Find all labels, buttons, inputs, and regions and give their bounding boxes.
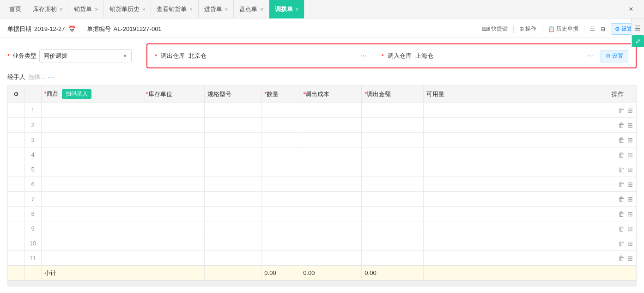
layout-toggle-1[interactable]: ☰ xyxy=(590,26,595,32)
form-header: 单据日期 2019-12-27 📅 单据编号 AL-20191227-001 ⌨… xyxy=(0,18,644,38)
table-header-row: ⚙ *商品 扫码录入 *库存单位 规格型号 *数量 xyxy=(8,85,636,103)
divider xyxy=(584,25,584,33)
date-label: 单据日期 xyxy=(7,25,31,33)
divider xyxy=(513,25,514,33)
data-table: ⚙ *商品 扫码录入 *库存单位 规格型号 *数量 xyxy=(8,85,636,281)
delete-icon[interactable]: 🗑 xyxy=(618,195,625,203)
table-scroll-container[interactable]: ⚙ *商品 扫码录入 *库存单位 规格型号 *数量 xyxy=(8,85,636,281)
required-star: * xyxy=(382,53,384,60)
tab-view-sales[interactable]: 查看销货单 × xyxy=(151,0,198,18)
copy-icon[interactable]: ⊞ xyxy=(627,151,633,159)
delete-icon[interactable]: 🗑 xyxy=(618,151,625,159)
person-more-icon[interactable]: ··· xyxy=(48,73,54,81)
delete-icon[interactable]: 🗑 xyxy=(618,166,625,173)
tab-sales-order[interactable]: 销货单 × xyxy=(68,0,103,18)
person-select[interactable]: 选择... xyxy=(28,73,45,81)
date-field: 单据日期 2019-12-27 📅 xyxy=(7,25,76,33)
table-settings-icon[interactable]: ⚙ xyxy=(13,91,19,98)
copy-icon[interactable]: ⊞ xyxy=(627,240,633,247)
close-icon[interactable]: × xyxy=(60,6,62,12)
close-icon[interactable]: × xyxy=(95,6,97,12)
list-layout-icon: ☰ xyxy=(590,26,595,32)
delete-icon[interactable]: 🗑 xyxy=(618,225,625,232)
delete-icon[interactable]: 🗑 xyxy=(618,210,625,218)
col-header-index xyxy=(24,85,41,103)
window-close-button[interactable]: × xyxy=(622,0,640,18)
in-warehouse-label: 调入仓库 xyxy=(388,52,412,60)
keyboard-icon: ⌨ xyxy=(482,26,490,32)
table-row: 8 🗑 ⊞ xyxy=(8,207,636,221)
col-header-available: 可用量 xyxy=(423,85,599,103)
order-field: 单据编号 AL-20191227-001 xyxy=(87,25,162,33)
total-row: 小计 0.00 0.00 0.00 xyxy=(8,266,636,281)
warehouse-settings-button[interactable]: ⚙ 设置 xyxy=(601,50,628,62)
tab-transfer-order[interactable]: 调拨单 × xyxy=(269,0,304,18)
horizontal-scrollbar[interactable] xyxy=(8,281,636,286)
sidebar-list-icon[interactable]: ☰ xyxy=(632,22,644,34)
tab-home[interactable]: 首页 xyxy=(4,0,27,18)
delete-icon[interactable]: 🗑 xyxy=(618,240,625,247)
business-type-label: 业务类型 xyxy=(12,52,36,60)
main-content: * 业务类型 同价调拨 ▼ * 调出仓库 北京仓 ··· * 调入仓库 上海仓 … xyxy=(0,38,644,292)
table-row: 5 🗑 ⊞ xyxy=(8,162,636,177)
total-cost: 0.00 xyxy=(300,266,362,281)
shortcut-button[interactable]: ⌨ 快捷键 xyxy=(482,25,508,33)
operations-button[interactable]: ⊞ 操作 xyxy=(519,25,536,33)
col-header-settings[interactable]: ⚙ xyxy=(8,85,24,103)
out-warehouse-value: 北京仓 xyxy=(188,52,207,60)
copy-icon[interactable]: ⊞ xyxy=(627,181,633,188)
delete-icon[interactable]: 🗑 xyxy=(618,136,625,144)
date-value: 2019-12-27 xyxy=(34,25,65,32)
copy-icon[interactable]: ⊞ xyxy=(627,136,633,144)
delete-icon[interactable]: 🗑 xyxy=(618,122,625,129)
out-warehouse-more-icon[interactable]: ··· xyxy=(360,52,366,60)
close-icon[interactable]: × xyxy=(142,6,145,12)
copy-icon[interactable]: ⊞ xyxy=(627,107,633,114)
business-type-select[interactable]: 同价调拨 ▼ xyxy=(39,49,132,62)
order-value: AL-20191227-001 xyxy=(114,25,162,32)
table-row: 10 🗑 ⊞ xyxy=(8,236,636,251)
table-row: 7 🗑 ⊞ xyxy=(8,192,636,207)
layout-toggle-2[interactable]: ⊟ xyxy=(601,26,605,32)
delete-icon[interactable]: 🗑 xyxy=(618,107,625,114)
total-amount: 0.00 xyxy=(362,266,423,281)
col-header-quantity: *数量 xyxy=(261,85,300,103)
total-quantity: 0.00 xyxy=(261,266,300,281)
sidebar-expand-icon[interactable]: ⤢ xyxy=(632,35,644,47)
col-header-actions: 操作 xyxy=(599,85,636,103)
close-icon[interactable]: × xyxy=(260,6,263,12)
copy-icon[interactable]: ⊞ xyxy=(627,210,633,218)
tab-stock-check[interactable]: 盘点单 × xyxy=(234,0,269,18)
close-icon[interactable]: × xyxy=(189,6,192,12)
close-icon[interactable]: × xyxy=(225,6,228,12)
copy-icon[interactable]: ⊞ xyxy=(627,225,633,232)
copy-icon[interactable]: ⊞ xyxy=(627,122,633,129)
copy-icon[interactable]: ⊞ xyxy=(627,195,633,203)
total-label: 小计 xyxy=(41,266,143,281)
tab-inventory-init[interactable]: 库存期初 × xyxy=(27,0,68,18)
warehouse-divider xyxy=(374,49,374,63)
history-button[interactable]: 📋 历史单据 xyxy=(548,25,578,33)
header-actions: ⌨ 快捷键 ⊞ 操作 📋 历史单据 ☰ ⊟ ⚙ 设置 xyxy=(482,23,637,35)
table-row: 4 🗑 ⊞ xyxy=(8,147,636,162)
in-warehouse-more-icon[interactable]: ··· xyxy=(587,52,593,60)
scan-button[interactable]: 扫码录入 xyxy=(62,89,91,99)
tab-sales-history[interactable]: 销货单历史 × xyxy=(104,0,151,18)
person-label: 经手人 xyxy=(7,73,25,81)
delete-icon[interactable]: 🗑 xyxy=(618,255,625,262)
copy-icon[interactable]: ⊞ xyxy=(627,166,633,173)
chevron-down-icon: ▼ xyxy=(122,53,128,59)
col-header-amount: *调出金额 xyxy=(362,85,423,103)
col-header-product: *商品 扫码录入 xyxy=(41,85,143,103)
close-icon[interactable]: × xyxy=(296,6,298,12)
copy-icon[interactable]: ⊞ xyxy=(627,255,633,262)
out-warehouse-field: * 调出仓库 北京仓 ··· xyxy=(155,52,366,60)
business-type-value: 同价调拨 xyxy=(43,52,67,60)
person-row: 经手人 选择... ··· xyxy=(7,73,637,81)
calendar-icon[interactable]: 📅 xyxy=(68,25,76,33)
delete-icon[interactable]: 🗑 xyxy=(618,181,625,188)
table-row: 1 🗑 ⊞ xyxy=(8,103,636,118)
in-warehouse-value: 上海仓 xyxy=(415,52,433,60)
in-warehouse-field: * 调入仓库 上海仓 ··· xyxy=(382,52,593,60)
tab-purchase-order[interactable]: 进货单 × xyxy=(199,0,234,18)
